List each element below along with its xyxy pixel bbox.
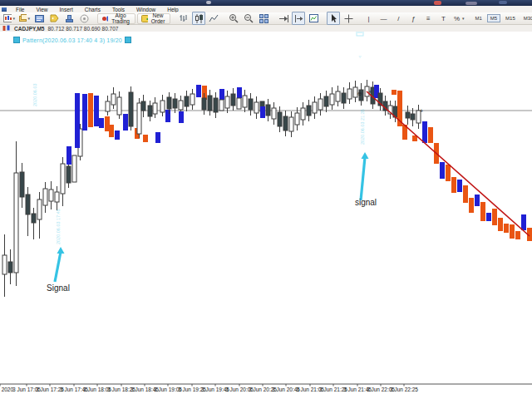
timeframe-m15[interactable]: M15 — [502, 14, 519, 22]
pattern-marker-orange — [515, 231, 520, 239]
candle-body — [173, 99, 177, 108]
pattern-prev-button[interactable] — [13, 37, 20, 43]
candlestick-chart[interactable]: ⊕++Signalsignal2020.06.032020.06.03 17:4… — [0, 32, 532, 399]
candle-body — [202, 98, 206, 110]
market-watch-button[interactable] — [32, 12, 46, 25]
candle-body — [411, 114, 415, 120]
vertical-line-tool-button[interactable]: | — [362, 12, 375, 25]
titlebar-speck — [434, 1, 441, 5]
navigator-button[interactable] — [62, 12, 76, 25]
profiles-button[interactable]: ▾ — [17, 12, 31, 25]
zoom-out-button[interactable] — [242, 12, 255, 25]
auto-scroll-button[interactable] — [277, 12, 290, 25]
symbol-period-label: CADJPY,M5 — [14, 26, 44, 32]
pattern-marker-blue — [196, 85, 201, 97]
pattern-next-button[interactable] — [125, 37, 131, 43]
chart-area[interactable]: Pattern(2020.06.03 17:40 4 3) 19/20 ⊕++S… — [0, 32, 532, 399]
candle-body — [336, 91, 340, 101]
signal-timestamp-vertical: 2020.06.03 — [32, 83, 37, 106]
pattern-marker-blue — [123, 114, 128, 131]
pattern-point-marker: + — [368, 89, 372, 95]
candle-body — [167, 97, 171, 109]
menu-window[interactable]: Window — [131, 7, 161, 12]
candle-body — [301, 108, 305, 120]
shapes-tool-button[interactable]: %▾ — [451, 12, 465, 25]
signal-label: Signal — [47, 283, 70, 293]
pattern-marker-blue — [260, 106, 265, 118]
candle-body — [72, 155, 76, 182]
dropdown-icon[interactable]: ▾ — [12, 16, 15, 21]
fibonacci-icon: ƒ — [409, 15, 418, 22]
pattern-marker-blue — [237, 87, 242, 98]
crosshair-tool-button[interactable] — [342, 12, 355, 25]
titlebar-speck — [499, 1, 507, 4]
candlestick-tab-icon — [2, 25, 11, 32]
trendline-tool-button[interactable]: / — [392, 12, 405, 25]
chart-shift-button[interactable] — [292, 12, 305, 25]
pattern-marker-blue — [99, 118, 104, 128]
algo-trading-label: Algo Trading — [110, 12, 131, 24]
candle-body — [32, 214, 36, 223]
candle-body — [318, 99, 323, 110]
bar-chart-mode-button[interactable] — [177, 12, 190, 25]
text-icon: T — [439, 15, 448, 22]
tile-windows-button[interactable] — [257, 12, 270, 25]
candle-body — [225, 96, 229, 108]
pattern-marker-orange — [469, 198, 474, 213]
candlestick-mode-button[interactable] — [192, 12, 205, 25]
data-window-button[interactable] — [47, 12, 61, 25]
pattern-marker-blue — [66, 146, 71, 165]
levels-tool-button[interactable]: ≡ — [421, 12, 435, 25]
menu-tools[interactable]: Tools — [106, 7, 131, 12]
pattern-marker-orange — [143, 135, 148, 142]
candle-body — [278, 112, 282, 126]
candle-body — [237, 98, 241, 109]
zoom-in-button[interactable] — [227, 12, 240, 25]
trendline[interactable] — [367, 91, 530, 236]
timeframe-m5[interactable]: M5 — [487, 14, 500, 22]
candle-body — [208, 96, 212, 111]
candle-body — [307, 106, 311, 116]
horizontal-line-tool-button[interactable]: — — [377, 12, 390, 25]
pattern-marker-blue — [94, 96, 99, 126]
chart-tab-title: CADJPY,M580.712 80.717 80.690 80.707 — [14, 26, 118, 32]
candle-body — [219, 100, 224, 111]
candle-body — [160, 101, 165, 112]
pattern-marker-blue — [422, 121, 427, 143]
candle-body — [324, 96, 328, 106]
candle-body — [117, 97, 121, 115]
candle-body — [330, 94, 334, 105]
timeframe-m30[interactable]: M30 — [520, 14, 532, 22]
pattern-marker-orange — [109, 125, 114, 137]
candle-body — [153, 103, 157, 114]
dropdown-icon[interactable]: ▾ — [27, 16, 30, 21]
fibonacci-tool-button[interactable]: ƒ — [406, 12, 420, 25]
cursor-tool-button[interactable] — [327, 12, 340, 25]
toolbar: ▾ ▾ Algo Trading New Order | — / ƒ ≡ T %… — [0, 12, 532, 25]
candle-body — [254, 102, 259, 113]
pattern-marker-blue — [165, 110, 170, 122]
candle-body — [283, 116, 288, 131]
algo-trading-button[interactable]: Algo Trading — [97, 13, 135, 24]
toolbox-button[interactable] — [77, 12, 91, 25]
new-order-button[interactable]: New Order — [137, 13, 171, 24]
new-chart-button[interactable]: ▾ — [2, 12, 16, 25]
candle-body — [231, 94, 235, 106]
indicator-window-button[interactable] — [307, 12, 320, 25]
pattern-marker-blue — [486, 213, 491, 221]
pattern-point-marker: ⊕ — [357, 91, 362, 96]
candle-body — [20, 172, 24, 197]
pattern-marker-orange — [463, 185, 468, 203]
mt5-window: FileViewInsertChartsToolsWindowHelp ▾ ▾ … — [0, 0, 532, 399]
timeframe-m1[interactable]: M1 — [471, 14, 485, 22]
candle-body — [43, 189, 47, 205]
signal-arrow-shaft — [55, 252, 61, 282]
window-titlebar — [0, 0, 532, 6]
line-chart-mode-button[interactable] — [207, 12, 220, 25]
pattern-marker-orange — [492, 209, 497, 225]
dropdown-icon[interactable]: ▾ — [462, 16, 465, 21]
trendline-icon: / — [394, 15, 403, 22]
new-order-label: New Order — [150, 12, 167, 24]
text-tool-button[interactable]: T — [436, 12, 450, 25]
pattern-marker-orange — [446, 165, 451, 181]
